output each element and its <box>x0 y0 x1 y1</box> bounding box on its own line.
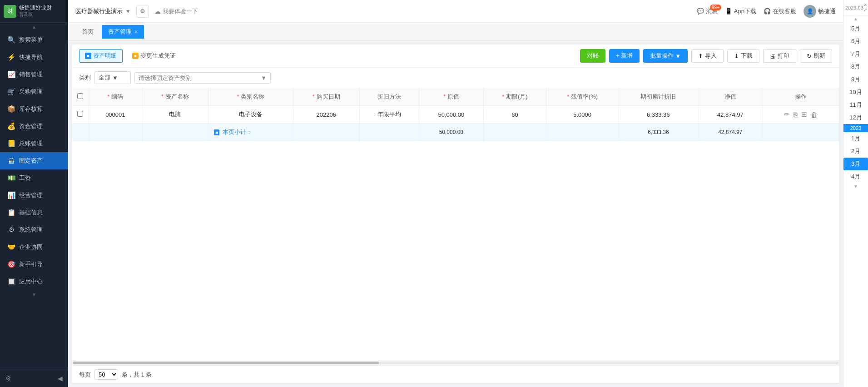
message-icon: 💬 <box>697 8 704 15</box>
app-download-button[interactable]: 📱 App下载 <box>725 7 756 15</box>
subtotal-label-icon: ■ 本页小计： <box>208 124 293 141</box>
month-item-11[interactable]: 11月 <box>843 99 868 111</box>
col-name: * 资产名称 <box>142 88 208 106</box>
scrollbar-thumb[interactable] <box>73 362 379 364</box>
tab-home[interactable]: 首页 <box>75 25 100 39</box>
quicknav-icon: ⚡ <box>7 53 15 61</box>
sidebar-item-fixed[interactable]: 🏛 固定资产 <box>0 152 68 169</box>
month-item-4[interactable]: 4月 <box>843 170 868 183</box>
month-item-12[interactable]: 12月 <box>843 111 868 124</box>
edit-icon[interactable]: ✏ <box>784 110 790 119</box>
avatar: 👤 <box>804 5 816 18</box>
horizontal-scrollbar[interactable] <box>72 360 839 365</box>
filter-category-type-select[interactable]: 全部 ▼ <box>94 71 131 84</box>
row-period: 60 <box>483 106 546 124</box>
sidebar-item-search[interactable]: 🔍 搜索菜单 <box>0 31 68 49</box>
months-up-icon: ▲ <box>853 16 858 21</box>
new-button[interactable]: + 新增 <box>609 49 640 63</box>
refresh-button[interactable]: ↻ 刷新 <box>800 49 832 63</box>
table-wrapper: * 编码 * 资产名称 * 类别名称 * 购买日期 折旧方法 * 原值 * 期限… <box>72 88 839 360</box>
sidebar-item-basic[interactable]: 📋 基础信息 <box>0 204 68 221</box>
per-page-select[interactable]: 50 100 200 <box>94 369 118 380</box>
row-category: 电子设备 <box>208 106 293 124</box>
user-profile[interactable]: 👤 畅捷通 <box>804 5 836 18</box>
sidebar-item-purchase[interactable]: 🛒 采购管理 <box>0 83 68 100</box>
panel-close-icon[interactable]: ✕ <box>863 3 867 7</box>
months-scroll-up[interactable]: ▲ <box>843 15 868 22</box>
app-name: 畅捷通好业财 <box>19 5 52 12</box>
scrollbar-track <box>73 362 838 364</box>
filter-input-dropdown-icon[interactable]: ▼ <box>257 73 270 83</box>
messages-button[interactable]: 💬 消息 99+ <box>697 7 718 15</box>
funds-icon: 💰 <box>7 122 15 130</box>
sidebar-item-enterprise[interactable]: 🤝 企业协同 <box>0 238 68 256</box>
row-initial-depreciation: 6,333.36 <box>618 106 698 124</box>
right-panel-header: 2023.03 ✕ ⤢ <box>843 0 868 15</box>
month-item-7[interactable]: 7月 <box>843 48 868 60</box>
row-purchase-date: 202206 <box>293 106 359 124</box>
tab-close-icon[interactable]: × <box>134 29 138 35</box>
month-item-6[interactable]: 6月 <box>843 35 868 48</box>
online-service-button[interactable]: 🎧 在线客服 <box>764 7 796 15</box>
change-voucher-tab-icon: ■ <box>132 53 139 59</box>
batch-ops-button[interactable]: 批量操作 ▼ <box>643 49 688 63</box>
month-item-5[interactable]: 5月 <box>843 22 868 35</box>
copy-icon[interactable]: ⎘ <box>794 111 798 119</box>
tab-asset-mgmt[interactable]: 资产管理 × <box>102 25 144 39</box>
month-item-10[interactable]: 10月 <box>843 86 868 99</box>
sidebar-item-funds[interactable]: 💰 资金管理 <box>0 118 68 135</box>
row-checkbox[interactable] <box>77 111 83 117</box>
management-icon: 📊 <box>7 191 15 199</box>
per-page-label: 每页 <box>79 371 91 379</box>
month-item-2[interactable]: 2月 <box>843 145 868 158</box>
download-icon: ⬇ <box>734 53 739 60</box>
panel-expand-icon[interactable]: ⤢ <box>863 8 867 12</box>
col-checkbox <box>72 88 89 106</box>
sidebar-item-ledger[interactable]: 📒 总账管理 <box>0 135 68 152</box>
table-row: 000001 电脑 电子设备 202206 年限平均 50,000.00 60 … <box>72 106 839 124</box>
experience-button[interactable]: ☁ 我要体验一下 <box>154 7 198 15</box>
delete-icon[interactable]: 🗑 <box>811 111 818 119</box>
topbar-settings-button[interactable]: ⚙ <box>136 5 149 18</box>
sidebar-scroll-down[interactable]: ▼ <box>0 290 68 299</box>
cloud-icon: ☁ <box>154 8 161 15</box>
more-icon[interactable]: ⊞ <box>801 110 807 119</box>
basic-info-icon: 📋 <box>7 208 15 217</box>
subtotal-label: 本页小计： <box>223 129 252 135</box>
company-selector[interactable]: 医疗器械行业演示 ▼ <box>75 7 131 15</box>
sidebar-item-quicknav[interactable]: ⚡ 快捷导航 <box>0 49 68 66</box>
topbar: 医疗器械行业演示 ▼ ⚙ ☁ 我要体验一下 💬 消息 99+ 📱 App下载 <box>68 0 843 23</box>
sidebar-item-sales[interactable]: 📈 销售管理 <box>0 66 68 83</box>
asset-detail-tab-icon: ■ <box>85 53 91 59</box>
print-button[interactable]: 🖨 打印 <box>763 49 796 63</box>
download-button[interactable]: ⬇ 下载 <box>727 49 759 63</box>
sidebar-item-salary[interactable]: 💵 工资 <box>0 169 68 187</box>
reconcile-button[interactable]: 对账 <box>580 49 605 63</box>
toolbar-tab-change-voucher[interactable]: ■ 变更生成凭证 <box>126 49 182 63</box>
sidebar-scroll-up[interactable]: ▲ <box>0 23 68 31</box>
month-item-3-current[interactable]: 3月 <box>843 158 868 170</box>
right-panel-months: ▲ 5月 6月 7月 8月 9月 10月 11月 12月 2023 1月 2月 … <box>843 15 868 387</box>
col-code: * 编码 <box>89 88 142 106</box>
sidebar-item-newguide[interactable]: 🎯 新手引导 <box>0 256 68 273</box>
enterprise-icon: 🤝 <box>7 243 15 251</box>
toolbar-tab-asset-detail[interactable]: ■ 资产明细 <box>79 49 123 63</box>
sidebar-item-system[interactable]: ⚙ 系统管理 <box>0 221 68 238</box>
filter-category-input[interactable] <box>135 73 257 83</box>
row-actions-cell: ✏ ⎘ ⊞ 🗑 <box>763 106 839 124</box>
month-item-9[interactable]: 9月 <box>843 73 868 86</box>
sidebar-item-inventory[interactable]: 📦 库存核算 <box>0 100 68 118</box>
sidebar-item-management[interactable]: 📊 经营管理 <box>0 187 68 204</box>
months-scroll-down[interactable]: ▼ <box>843 183 868 190</box>
settings-footer-icon[interactable]: ⚙ <box>5 375 11 382</box>
fixed-assets-icon: 🏛 <box>7 157 15 165</box>
month-item-1[interactable]: 1月 <box>843 132 868 145</box>
filter-category-label: 类别 <box>79 74 91 82</box>
app-edition: 普及版 <box>19 11 52 18</box>
collapse-sidebar-icon[interactable]: ◀ <box>58 375 63 382</box>
select-all-checkbox[interactable] <box>77 93 83 99</box>
month-item-8[interactable]: 8月 <box>843 60 868 73</box>
system-icon: ⚙ <box>7 226 15 234</box>
sidebar-item-appstore[interactable]: 🔲 应用中心 <box>0 273 68 290</box>
import-button[interactable]: ⬆ 导入 <box>691 49 724 63</box>
